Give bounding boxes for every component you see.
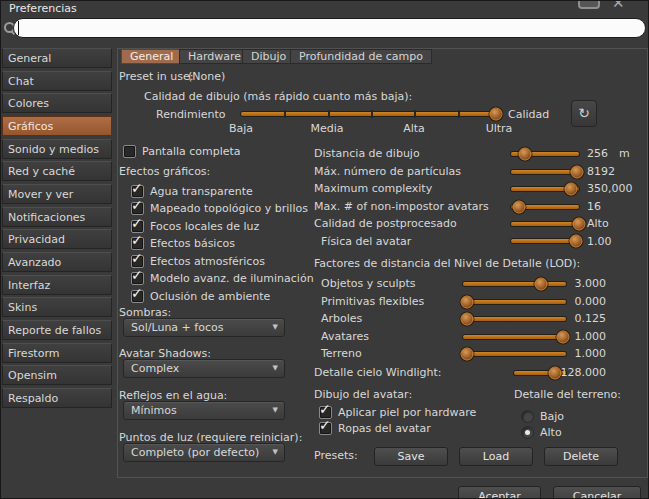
postprocess-value: Alto — [587, 217, 609, 230]
checkbox-pantalla-completa[interactable]: Pantalla completa — [123, 144, 241, 158]
max-particles-slider[interactable] — [511, 170, 579, 174]
tab-hardware[interactable]: Hardware — [179, 49, 250, 64]
lod-title: Factores de distancia del Nivel de Detal… — [314, 257, 580, 270]
draw-distance-value: 256 — [587, 147, 608, 160]
radio-button[interactable] — [521, 426, 534, 439]
sidebar-item-firestorm[interactable]: Firestorm — [2, 343, 112, 363]
quality-slider[interactable] — [241, 112, 501, 116]
preset-delete-button[interactable]: Delete — [544, 447, 618, 466]
tab-profundidad[interactable]: Profundidad de campo — [290, 49, 432, 64]
non-impostor-label: Max. # of non-impostor avatars — [314, 200, 489, 213]
checkbox[interactable] — [123, 145, 136, 158]
checkbox-mapeado-topologico[interactable]: Mapeado topológico y brillos — [131, 201, 308, 215]
effects-title: Efectos gráficos: — [119, 165, 210, 178]
terrain-detail-title: Detalle del terreno: — [514, 388, 621, 401]
lod-flex-label: Primitivas flexibles — [321, 295, 424, 308]
slider-handle[interactable] — [461, 313, 474, 326]
preset-save-button[interactable]: Save — [374, 447, 448, 466]
tick — [328, 110, 330, 118]
lod-objects-label: Objetos y sculpts — [321, 277, 416, 290]
sidebar-item-reporte[interactable]: Reporte de fallos — [2, 320, 112, 340]
checkbox[interactable] — [131, 272, 144, 285]
quality-tick-media: Media — [310, 122, 343, 135]
slider-handle[interactable] — [513, 201, 526, 214]
non-impostor-value: 16 — [587, 200, 601, 213]
draw-distance-slider[interactable] — [511, 152, 579, 156]
light-points-dropdown[interactable]: Completo (por defecto) ▼ — [123, 443, 285, 462]
checkbox-hardware-skin[interactable]: Aplicar piel por hardware — [319, 405, 476, 419]
search-input[interactable] — [13, 18, 646, 38]
slider-handle[interactable] — [461, 348, 474, 361]
tick — [284, 110, 286, 118]
radio-button[interactable] — [521, 410, 534, 423]
sidebar-item-respaldo[interactable]: Respaldo — [2, 388, 112, 408]
slider-handle[interactable] — [569, 235, 582, 248]
preset-in-use-label: Preset in use: — [119, 70, 194, 83]
checkbox[interactable] — [131, 237, 144, 250]
postprocess-label: Calidad de postprocesado — [314, 217, 457, 230]
water-reflections-dropdown[interactable]: Mínimos ▼ — [123, 401, 285, 420]
lod-trees-value: 0.125 — [546, 312, 606, 325]
sidebar-item-mover[interactable]: Mover y ver — [2, 184, 112, 204]
slider-handle[interactable] — [573, 218, 586, 231]
checkbox-agua-transparente[interactable]: Agua transparente — [131, 184, 253, 198]
close-icon[interactable]: ✕ — [612, 0, 625, 12]
draw-distance-label: Distancia de dibujo — [314, 147, 420, 160]
window-title: Preferencias — [9, 2, 77, 15]
accept-button[interactable]: Aceptar — [458, 486, 541, 499]
sidebar-item-graficos[interactable]: Gráficos — [2, 116, 112, 136]
refresh-button[interactable]: ↻ — [571, 100, 597, 127]
cancel-button[interactable]: Cancelar — [553, 486, 641, 499]
checkbox-efectos-basicos[interactable]: Efectos básicos — [131, 236, 235, 250]
slider-handle[interactable] — [461, 296, 474, 309]
checkbox-avatar-clothes[interactable]: Ropas del avatar — [319, 421, 431, 435]
sidebar-item-privacidad[interactable]: Privacidad — [2, 229, 112, 249]
sidebar-item-general[interactable]: General — [2, 48, 112, 68]
checkbox[interactable] — [131, 290, 144, 303]
radio-terrain-alto[interactable]: Alto — [521, 425, 562, 439]
sidebar-item-skins[interactable]: Skins — [2, 297, 112, 317]
tab-general[interactable]: General — [121, 49, 182, 64]
refresh-icon: ↻ — [578, 105, 590, 121]
chevron-down-icon: ▼ — [273, 323, 278, 331]
slider-handle[interactable] — [518, 148, 531, 161]
sidebar-item-sonido[interactable]: Sonido y medios — [2, 139, 112, 159]
presets-label: Presets: — [314, 449, 358, 462]
slider-handle[interactable] — [564, 183, 577, 196]
sidebar-item-avanzado[interactable]: Avanzado — [2, 252, 112, 272]
radio-terrain-bajo[interactable]: Bajo — [521, 409, 564, 423]
sidebar-item-notificaciones[interactable]: Notificaciones — [2, 207, 112, 227]
sidebar-item-interfaz[interactable]: Interfaz — [2, 275, 112, 295]
non-impostor-slider[interactable] — [511, 205, 579, 209]
quality-max-label: Calidad — [508, 108, 549, 121]
checkbox[interactable] — [131, 202, 144, 215]
sidebar-item-chat[interactable]: Chat — [2, 71, 112, 91]
tear-off-icon[interactable] — [578, 0, 600, 9]
avatar-shadows-dropdown[interactable]: Complex ▼ — [123, 359, 285, 378]
checkbox-focos-locales[interactable]: Focos locales de luz — [131, 219, 259, 233]
sidebar-item-colores[interactable]: Colores — [2, 93, 112, 113]
avatar-physics-slider[interactable] — [511, 239, 579, 243]
sidebar-item-opensim[interactable]: Opensim — [2, 365, 112, 385]
checkbox-efectos-atmosfericos[interactable]: Efectos atmosféricos — [131, 254, 265, 268]
slider-handle[interactable] — [570, 166, 583, 179]
lod-objects-value: 3.000 — [546, 277, 606, 290]
quality-tick-ultra: Ultra — [486, 122, 513, 135]
checkbox-modelo-avanzado[interactable]: Modelo avanz. de iluminación — [131, 271, 314, 285]
checkbox-oclusion-ambiente[interactable]: Oclusión de ambiente — [131, 289, 270, 303]
windlight-label: Detalle cielo Windlight: — [314, 366, 442, 379]
lod-terrain-value: 1.000 — [546, 347, 606, 360]
max-complexity-label: Maximum complexity — [314, 182, 432, 195]
max-particles-value: 8192 — [587, 165, 615, 178]
checkbox[interactable] — [319, 422, 332, 435]
lod-trees-label: Arboles — [321, 312, 362, 325]
sidebar-item-red-cache[interactable]: Red y caché — [2, 161, 112, 181]
chevron-down-icon: ▼ — [273, 448, 278, 456]
preset-load-button[interactable]: Load — [459, 447, 533, 466]
quality-slider-handle[interactable] — [489, 108, 502, 121]
tick — [371, 110, 373, 118]
tab-dibujo[interactable]: Dibujo — [242, 49, 295, 64]
max-complexity-slider[interactable] — [511, 187, 579, 191]
postprocess-slider[interactable] — [511, 222, 579, 226]
shadows-dropdown[interactable]: Sol/Luna + focos ▼ — [123, 318, 285, 337]
